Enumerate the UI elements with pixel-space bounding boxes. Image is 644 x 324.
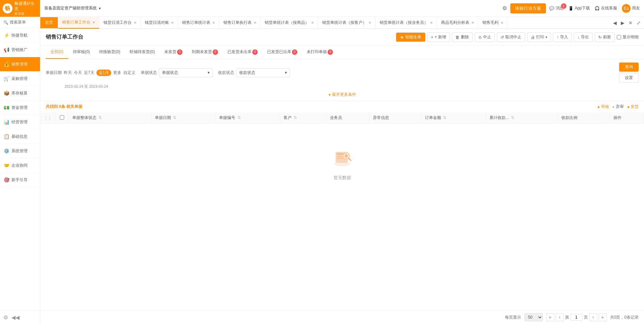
subtab-all[interactable]: 全部(0) xyxy=(46,46,68,59)
page-last-btn[interactable]: » xyxy=(599,313,607,321)
date-opt-more[interactable]: 更多 xyxy=(113,70,121,76)
page-nav: « ‹ 第 页 › » xyxy=(546,313,607,321)
subtab-pending-review[interactable]: 待审核(0) xyxy=(68,46,95,59)
tab-sales-stat[interactable]: 销售订单统计表 ✕ xyxy=(178,17,219,28)
tab-sales-goods[interactable]: 销货单统计表（按商品） ✕ xyxy=(261,17,318,28)
page-size-select[interactable]: 50 20 100 xyxy=(524,313,543,321)
table-top: 共找到 0条 相关单据 ● 审核 ● 弃审 ● 发货 xyxy=(40,101,644,112)
tab-cash-clear[interactable]: 钱货日清工作台 ✕ xyxy=(99,17,141,28)
date-opt-today[interactable]: 今天 xyxy=(74,70,82,76)
sidebar-item-basic[interactable]: 📋 基础信息 xyxy=(0,129,40,144)
subtab-not-printed[interactable]: 未打印单据0 xyxy=(302,46,338,59)
sort-customer-icon[interactable]: ⇅ xyxy=(294,115,297,120)
filter-area: 单据日期 昨天 今天 近7天 近1月 更多 自定义 单据状态 单据状态 xyxy=(40,59,644,101)
subtab-pending-pick[interactable]: 待拣验货(0) xyxy=(94,46,125,59)
tab-sales-profit[interactable]: 销售毛利 ✕ xyxy=(478,17,508,28)
page-input[interactable] xyxy=(570,314,583,321)
show-detail-input[interactable] xyxy=(617,35,621,39)
tab-close-cash-clear[interactable]: ✕ xyxy=(134,21,136,25)
refresh-btn[interactable]: ↻ 刷新 xyxy=(595,32,615,42)
show-detail-checkbox[interactable]: 显示明细 xyxy=(617,34,639,40)
set-btn[interactable]: 设置 xyxy=(619,73,639,83)
sidebar-item-system[interactable]: ⚙️ 系统管理 xyxy=(0,144,40,158)
inventory-icon: 📦 xyxy=(3,90,9,96)
table-count: 共找到 0条 相关单据 xyxy=(46,104,82,110)
tab-home[interactable]: 首页 xyxy=(40,17,58,28)
tab-sales-exec[interactable]: 销售订单执行表 ✕ xyxy=(219,17,261,28)
sort-collected-icon[interactable]: ⇅ xyxy=(511,115,514,120)
user-menu[interactable]: Ea 用友 xyxy=(622,4,640,13)
subtab-wangpu[interactable]: 旺铺待发货(0) xyxy=(125,46,160,59)
tab-close-sales-staff[interactable]: ✕ xyxy=(430,21,433,25)
approve-btn[interactable]: ● 审核 xyxy=(597,104,609,110)
select-all-checkbox[interactable] xyxy=(60,115,64,120)
tab-sales-order[interactable]: 销售订单工作台 ✕ xyxy=(58,17,99,29)
tab-close-sales-exec[interactable]: ✕ xyxy=(254,21,256,25)
tab-close-reconcile[interactable]: ✕ xyxy=(171,21,174,25)
unapprove-dot: ● xyxy=(612,105,615,109)
subtab-not-shipped[interactable]: 未发货0 xyxy=(160,46,187,59)
tab-sales-staff[interactable]: 销货单统计表（按业务员） ✕ xyxy=(376,17,437,28)
sidebar-item-operations[interactable]: 📊 经营管理 xyxy=(0,115,40,129)
tab-close-sales-goods[interactable]: ✕ xyxy=(311,21,314,25)
import-btn[interactable]: ↑ 导入 xyxy=(553,32,572,42)
tab-maximize-btn[interactable]: ⤢ xyxy=(635,19,642,26)
tab-close-margin[interactable]: ✕ xyxy=(471,21,474,25)
smart-create-btn[interactable]: ★ 智能生单 xyxy=(396,33,425,42)
query-btn[interactable]: 查询 xyxy=(619,63,639,72)
date-opt-yesterday[interactable]: 昨天 xyxy=(64,70,72,76)
sidebar-item-inventory[interactable]: 📦 库存核算 xyxy=(0,86,40,100)
sort-number-icon[interactable]: ⇅ xyxy=(238,115,241,120)
tab-reconcile[interactable]: 钱货日清对账 ✕ xyxy=(141,17,178,28)
sidebar-item-search[interactable]: 🔍 搜索菜单 xyxy=(0,17,40,28)
sidebar-item-collab[interactable]: 🤝 企业协同 xyxy=(0,158,40,173)
sidebar-item-guide[interactable]: 🎯 新手引导 xyxy=(0,173,40,187)
sidebar-item-quicknav[interactable]: ⚡ 快捷导航 xyxy=(0,28,40,43)
subtab-shipped-not-out[interactable]: 已发货未出库0 xyxy=(223,46,262,59)
tab-close-sales-customer[interactable]: ✕ xyxy=(369,21,371,25)
settings-icon[interactable]: ⚙ xyxy=(3,314,8,321)
sidebar-item-purchase[interactable]: 🛒 采购管理 xyxy=(0,72,40,86)
tab-next-btn[interactable]: ▶ xyxy=(619,19,626,26)
app-download-btn[interactable]: 📱 App下载 xyxy=(568,5,590,11)
message-btn[interactable]: 💬 消息 6 xyxy=(549,5,564,11)
col-check-header[interactable] xyxy=(55,112,69,124)
sidebar-item-marketing[interactable]: 📢 营销推广 xyxy=(0,43,40,57)
sort-status-icon[interactable]: ⇅ xyxy=(98,115,102,120)
cancel-stop-btn[interactable]: ↺ 取消中止 xyxy=(497,32,525,42)
ship-btn[interactable]: ● 发货 xyxy=(627,104,639,110)
subtab-overdue-ship[interactable]: 到期未发货0 xyxy=(187,46,223,59)
delete-btn[interactable]: 🗑 删除 xyxy=(452,32,473,42)
online-service-btn[interactable]: 🎧 在线客服 xyxy=(595,5,617,11)
date-opt-7days[interactable]: 近7天 xyxy=(84,70,94,76)
stop-btn[interactable]: ⊙ 中止 xyxy=(475,32,495,42)
tab-close-sales-order[interactable]: ✕ xyxy=(92,21,95,24)
sort-amount-icon[interactable]: ⇅ xyxy=(443,115,446,120)
tab-close-sales-stat[interactable]: ✕ xyxy=(212,21,215,25)
sort-date-icon[interactable]: ⇅ xyxy=(173,115,176,120)
expand-more-btn[interactable]: ▾ 展开更多条件 xyxy=(329,92,356,97)
filter-payment-select[interactable]: 收款状态 ▾ xyxy=(236,68,290,77)
solution-btn[interactable]: 体验行业方案 xyxy=(510,3,546,13)
tab-sales-customer[interactable]: 销货单统计表（按客户） ✕ xyxy=(318,17,376,28)
unapprove-btn[interactable]: ● 弃审 xyxy=(612,104,624,110)
filter-status-select[interactable]: 单据状态 ▾ xyxy=(159,68,213,77)
collapse-icon[interactable]: ◀◀ xyxy=(11,314,19,321)
system-dropdown[interactable]: ▾ xyxy=(99,6,101,11)
topbar-gear-icon[interactable]: ⚙ xyxy=(502,5,507,11)
page-first-btn[interactable]: « xyxy=(546,313,554,321)
print-btn[interactable]: 🖨 打印 ▾ xyxy=(527,32,551,42)
subtab-shipped-out[interactable]: 已发货已出库0 xyxy=(262,46,302,59)
export-btn[interactable]: ↓ 导出 xyxy=(574,32,593,42)
tab-close-all-btn[interactable]: ✕ xyxy=(627,19,634,26)
date-opt-1month[interactable]: 近1月 xyxy=(96,70,112,76)
date-opt-custom[interactable]: 自定义 xyxy=(123,70,135,76)
page-prev-btn[interactable]: ‹ xyxy=(556,313,564,321)
tab-close-sales-profit[interactable]: ✕ xyxy=(501,21,503,25)
page-next-btn[interactable]: › xyxy=(589,313,597,321)
sidebar-item-finance[interactable]: 💵 资金管理 xyxy=(0,100,40,115)
tab-margin[interactable]: 商品毛利分析表 ✕ xyxy=(437,17,478,28)
sidebar-item-sales[interactable]: 💰 销售管理 xyxy=(0,57,40,72)
add-btn[interactable]: + + 新增 xyxy=(427,32,450,42)
tab-prev-btn[interactable]: ◀ xyxy=(612,19,618,26)
